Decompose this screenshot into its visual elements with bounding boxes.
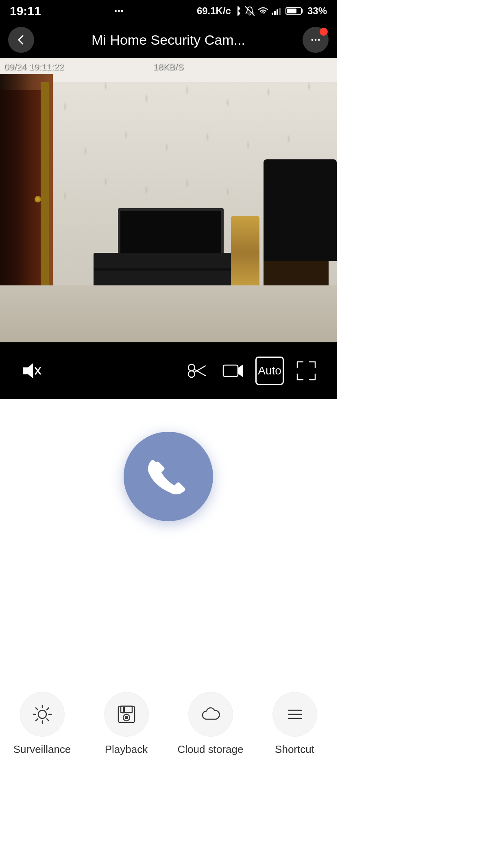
door-handle xyxy=(35,196,41,202)
surveillance-icon-circle xyxy=(20,692,65,737)
status-right: 69.1K/c 33% xyxy=(197,5,327,17)
controls-bar: Auto xyxy=(0,342,337,399)
svg-marker-9 xyxy=(23,363,33,378)
camera-timestamp: 09/24 19:11:22 xyxy=(4,62,64,72)
svg-point-6 xyxy=(312,39,314,41)
svg-rect-3 xyxy=(279,8,281,15)
mute-button[interactable] xyxy=(16,357,45,385)
signal-icon xyxy=(272,7,282,15)
more-button[interactable] xyxy=(303,27,329,53)
surveillance-label: Surveillance xyxy=(13,743,71,756)
playback-icon-circle xyxy=(104,692,149,737)
cloud-storage-label: Cloud storage xyxy=(178,743,244,756)
svg-rect-0 xyxy=(272,13,273,15)
status-time: 19:11 xyxy=(10,4,41,18)
bluetooth-icon xyxy=(234,6,242,16)
svg-line-15 xyxy=(194,366,205,372)
camera-feed: 09/24 19:11:22 18KB/S xyxy=(0,58,337,342)
battery-icon xyxy=(285,7,304,15)
speaker-box xyxy=(231,216,259,289)
tv-stand xyxy=(94,208,248,289)
svg-rect-28 xyxy=(121,706,132,713)
playback-icon xyxy=(116,704,137,725)
status-bar: 19:11 ··· 69.1K/c 33% xyxy=(0,0,337,22)
fullscreen-button[interactable] xyxy=(292,357,320,385)
main-content xyxy=(0,399,337,684)
svg-point-8 xyxy=(318,39,320,41)
svg-line-26 xyxy=(36,719,38,721)
right-chair xyxy=(264,159,337,261)
nav-item-cloud-storage[interactable]: Cloud storage xyxy=(174,692,247,756)
back-button[interactable] xyxy=(8,27,34,53)
nav-item-playback[interactable]: Playback xyxy=(90,692,163,756)
call-button[interactable] xyxy=(124,432,213,521)
tv-unit xyxy=(94,253,248,289)
camera-bandwidth: 18KB/S xyxy=(153,62,184,72)
wifi-icon xyxy=(258,7,268,15)
svg-point-13 xyxy=(188,371,195,377)
svg-rect-29 xyxy=(123,707,125,712)
svg-point-31 xyxy=(125,716,128,719)
cloud-icon-circle xyxy=(188,692,233,737)
svg-line-14 xyxy=(194,369,205,376)
room-scene: 09/24 19:11:22 18KB/S xyxy=(0,58,337,342)
svg-marker-17 xyxy=(238,365,243,376)
notification-icon xyxy=(245,6,255,16)
record-indicator xyxy=(320,28,328,36)
svg-line-24 xyxy=(47,719,49,721)
shortcut-icon xyxy=(284,704,305,725)
surveillance-icon xyxy=(32,704,53,725)
record-button[interactable] xyxy=(219,357,247,385)
nav-item-shortcut[interactable]: Shortcut xyxy=(258,692,331,756)
svg-line-23 xyxy=(36,708,38,710)
floor xyxy=(0,285,337,342)
screenshot-button[interactable] xyxy=(182,357,211,385)
playback-label: Playback xyxy=(105,743,148,756)
network-speed: 69.1K/c xyxy=(197,5,231,17)
nav-item-surveillance[interactable]: Surveillance xyxy=(6,692,79,756)
bottom-nav: Surveillance Playback Cloud storage xyxy=(0,684,337,780)
status-dots: ··· xyxy=(114,4,124,17)
shortcut-icon-circle xyxy=(272,692,317,737)
svg-line-25 xyxy=(47,708,49,710)
status-center: ··· xyxy=(114,4,124,17)
tv-shelf xyxy=(94,268,248,271)
svg-rect-5 xyxy=(287,9,296,13)
svg-rect-16 xyxy=(223,365,238,376)
svg-rect-1 xyxy=(274,11,276,15)
svg-rect-2 xyxy=(277,9,278,15)
shortcut-label: Shortcut xyxy=(275,743,314,756)
cloud-icon xyxy=(200,704,221,725)
svg-point-7 xyxy=(315,39,317,41)
svg-point-12 xyxy=(188,364,195,371)
battery-pct: 33% xyxy=(307,5,327,17)
auto-button[interactable]: Auto xyxy=(255,357,284,385)
nav-title: Mi Home Security Cam... xyxy=(92,32,245,48)
svg-point-18 xyxy=(38,710,46,718)
nav-bar: Mi Home Security Cam... xyxy=(0,22,337,58)
